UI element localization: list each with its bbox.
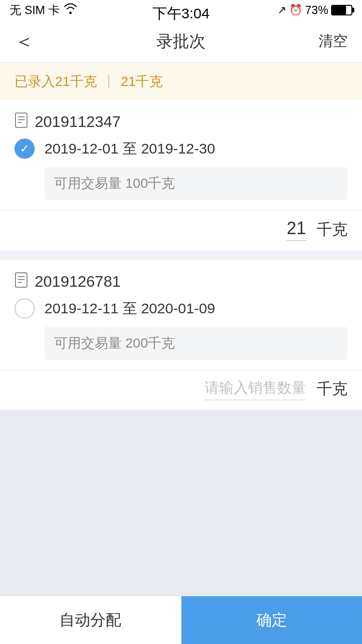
battery-icon [331, 5, 352, 15]
page-title: 录批次 [156, 30, 206, 53]
status-right: ↗ ⏰ 73% [278, 3, 352, 17]
batch-number-1: 2019112347 [35, 113, 121, 131]
quantity-unit-1: 千克 [317, 219, 348, 240]
available-1: 可用交易量 100千克 [44, 167, 348, 200]
date-range-1: 2019-12-01 至 2019-12-30 [44, 139, 215, 159]
batch-card-2: 2019126781 2019-12-11 至 2020-01-09 可用交易量… [0, 260, 362, 410]
status-bar: 无 SIM 卡 下午3:04 ↗ ⏰ 73% [0, 0, 362, 20]
amount-label: 21千克 [121, 72, 163, 91]
info-banner: 已录入21千克 21千克 [0, 63, 362, 100]
batch-separator [0, 251, 362, 260]
quantity-value-1: 21 [287, 218, 306, 238]
batch-header-1: 2019112347 [14, 112, 348, 132]
batch-selector-1[interactable]: ✓ 2019-12-01 至 2019-12-30 [14, 139, 348, 159]
status-left: 无 SIM 卡 [10, 2, 77, 18]
quantity-placeholder-2[interactable]: 请输入销售数量 [205, 378, 306, 398]
carrier-label: 无 SIM 卡 [10, 2, 60, 18]
quantity-row-2: 请输入销售数量 千克 [0, 370, 362, 410]
doc-icon-1 [14, 112, 30, 132]
date-range-2: 2019-12-11 至 2020-01-09 [44, 299, 215, 319]
location-icon: ↗ [278, 4, 286, 16]
quantity-row-1: 21 千克 [0, 210, 362, 251]
footer: 自动分配 确定 [0, 596, 362, 644]
batch-selector-2[interactable]: 2019-12-11 至 2020-01-09 [14, 298, 348, 319]
alarm-icon: ⏰ [289, 4, 302, 16]
quantity-unit-2: 千克 [317, 378, 348, 400]
recorded-label: 已录入21千克 [14, 72, 97, 91]
nav-bar: ＜ 录批次 清空 [0, 20, 362, 63]
auto-distribute-button[interactable]: 自动分配 [0, 596, 181, 644]
radio-unselected-2[interactable] [14, 298, 35, 319]
wifi-icon [64, 3, 77, 17]
batch-item-2: 2019126781 2019-12-11 至 2020-01-09 可用交易量… [0, 260, 362, 360]
battery-percent: 73% [305, 3, 328, 17]
batch-number-2: 2019126781 [35, 273, 121, 291]
batch-header-2: 2019126781 [14, 272, 348, 292]
confirm-button[interactable]: 确定 [181, 596, 362, 644]
back-button[interactable]: ＜ [14, 28, 34, 55]
radio-selected-1[interactable]: ✓ [14, 139, 35, 159]
doc-icon-2 [14, 272, 30, 292]
battery-fill [332, 6, 346, 14]
checkmark-1: ✓ [20, 143, 29, 154]
info-divider [109, 75, 109, 88]
batch-item-1: 2019112347 ✓ 2019-12-01 至 2019-12-30 可用交… [0, 100, 362, 200]
available-2: 可用交易量 200千克 [44, 326, 348, 360]
clear-button[interactable]: 清空 [319, 31, 348, 51]
batch-card-1: 2019112347 ✓ 2019-12-01 至 2019-12-30 可用交… [0, 100, 362, 251]
page-wrapper: 无 SIM 卡 下午3:04 ↗ ⏰ 73% ＜ 录批次 清空 已录入21千克 [0, 0, 362, 644]
